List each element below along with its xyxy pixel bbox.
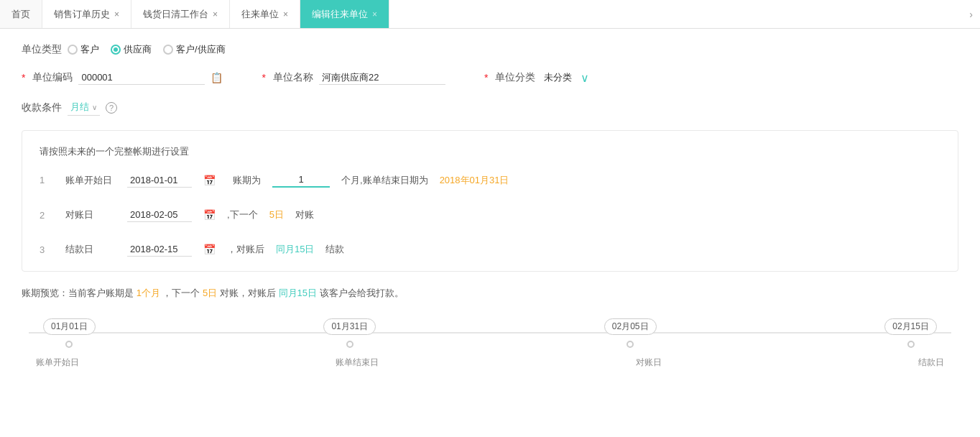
unit-code-required: *: [22, 72, 25, 83]
unit-code-label: 单位编码: [32, 71, 73, 84]
timeline-label-1: 01月31日: [323, 318, 376, 335]
payment-date-input[interactable]: [127, 242, 192, 257]
timeline-dot-3: [907, 341, 915, 348]
tabs-expand-button[interactable]: ›: [962, 0, 980, 28]
radio-both[interactable]: 客户/供应商: [163, 43, 226, 56]
start-date-input[interactable]: [127, 173, 192, 188]
tab-partner-unit-label: 往来单位: [241, 8, 279, 21]
timeline-point-1: 01月31日: [323, 318, 376, 348]
radio-supplier-label: 供应商: [124, 43, 152, 56]
period-suffix: 个月,账单结束日期为: [341, 174, 428, 187]
calendar-icon-code[interactable]: 📋: [211, 72, 223, 83]
unit-category-required: *: [484, 72, 488, 83]
timeline-label-0: 01月01日: [43, 318, 96, 335]
timeline-dot-0: [65, 341, 73, 348]
preview-middle1: ，下一个: [162, 288, 200, 298]
period-section-card: 请按照未来的一个完整帐期进行设置 1 账单开始日 📅 账期为 个月,账单结束日期…: [22, 130, 958, 272]
preview-highlight3: 同月15日: [279, 288, 317, 298]
timeline-points: 01月01日 01月31日 02月05日 02月15日: [43, 318, 937, 348]
row-num-3: 3: [40, 244, 54, 255]
payment-condition-select[interactable]: 月结 ∨: [68, 99, 100, 116]
unit-type-label: 单位类型: [22, 43, 62, 56]
unit-name-required: *: [262, 72, 265, 83]
payment-condition-selected: 月结: [70, 101, 89, 114]
timeline-point-2: 02月05日: [604, 318, 657, 348]
radio-circle-supplier: [111, 45, 121, 55]
tab-sales-history-label: 销售订单历史: [54, 8, 110, 21]
radio-supplier[interactable]: 供应商: [111, 43, 152, 56]
radio-customer[interactable]: 客户: [68, 43, 99, 56]
timeline-desc-3: 结款日: [918, 356, 944, 369]
tabs-bar: 首页 销售订单历史 × 钱货日清工作台 × 往来单位 × 编辑往来单位 × ›: [0, 0, 980, 29]
radio-circle-both: [163, 45, 173, 55]
tab-edit-partner[interactable]: 编辑往来单位 ×: [300, 0, 389, 28]
unit-category-group: * 单位分类 未分类 ∨: [484, 71, 589, 85]
unit-code-group: * 单位编码 📋: [22, 70, 223, 85]
radio-group-unit-type: 客户 供应商 客户/供应商: [68, 43, 226, 56]
radio-customer-label: 客户: [80, 43, 99, 56]
unit-name-input[interactable]: [319, 70, 445, 85]
timeline-label-2: 02月05日: [604, 318, 657, 335]
period-end-date: 2018年01月31日: [440, 174, 509, 187]
payment-condition-label: 收款条件: [22, 101, 62, 114]
preview-prefix: 账期预览：当前客户账期是: [22, 288, 134, 298]
tab-cash-clear[interactable]: 钱货日清工作台 ×: [131, 0, 230, 28]
row-label-3: 结款日: [65, 243, 116, 256]
row-label-2: 对账日: [65, 208, 116, 221]
timeline-dot-1: [346, 341, 353, 348]
preview-highlight1: 1个月: [137, 288, 160, 298]
preview-suffix: 该客户会给我打款。: [320, 288, 404, 298]
tab-home-label: 首页: [11, 8, 30, 21]
timeline-dot-2: [627, 341, 634, 348]
radio-circle-customer: [68, 45, 78, 55]
setting-row-1: 1 账单开始日 📅 账期为 个月,账单结束日期为 2018年01月31日: [40, 172, 940, 188]
timeline-wrapper: 01月01日 01月31日 02月05日 02月15日 账单开: [22, 318, 958, 369]
calendar-icon-start[interactable]: 📅: [203, 175, 216, 186]
chevron-right-icon: ›: [969, 9, 973, 20]
tab-partner-unit[interactable]: 往来单位 ×: [230, 0, 300, 28]
unit-info-row: * 单位编码 📋 * 单位名称 * 单位分类 未分类 ∨: [22, 70, 958, 85]
tab-sales-history-close[interactable]: ×: [114, 9, 119, 19]
tab-edit-partner-label: 编辑往来单位: [312, 8, 368, 21]
payment-prefix: ，对账后: [227, 243, 264, 256]
payment-condition-group: 收款条件 月结 ∨ ?: [22, 99, 117, 116]
calendar-icon-reconcile[interactable]: 📅: [203, 209, 216, 221]
row-label-1: 账单开始日: [65, 174, 116, 187]
setting-row-2: 2 对账日 📅 ,下一个 5日 对账: [40, 208, 940, 222]
setting-row-3: 3 结款日 📅 ，对账后 同月15日 结款: [40, 242, 940, 257]
chevron-down-icon: ∨: [92, 104, 97, 111]
timeline-desc-0: 账单开始日: [36, 356, 79, 369]
unit-category-label: 单位分类: [495, 71, 535, 84]
period-label: 账期为: [233, 174, 261, 187]
unit-name-group: * 单位名称: [262, 70, 445, 85]
payment-condition-row: 收款条件 月结 ∨ ?: [22, 99, 958, 116]
unit-code-input[interactable]: [78, 70, 205, 85]
help-icon[interactable]: ?: [106, 102, 117, 114]
section-title: 请按照未来的一个完整帐期进行设置: [40, 145, 940, 158]
timeline-point-3: 02月15日: [884, 318, 937, 348]
timeline-label-3: 02月15日: [884, 318, 937, 335]
reconcile-prefix: ,下一个: [227, 208, 258, 221]
preview-middle2: 对账，对账后: [220, 288, 276, 298]
period-value-input[interactable]: [272, 172, 330, 188]
row-num-2: 2: [40, 210, 54, 221]
radio-both-label: 客户/供应商: [176, 43, 226, 56]
tab-cash-clear-label: 钱货日清工作台: [143, 8, 208, 21]
tab-home[interactable]: 首页: [0, 0, 42, 28]
timeline-desc-1: 账单结束日: [336, 356, 379, 369]
reconcile-highlight: 5日: [269, 208, 284, 221]
unit-category-dropdown[interactable]: ∨: [581, 71, 589, 85]
calendar-icon-payment[interactable]: 📅: [203, 244, 216, 255]
unit-name-label: 单位名称: [273, 71, 313, 84]
preview-text: 账期预览：当前客户账期是 1个月 ，下一个 5日 对账，对账后 同月15日 该客…: [22, 286, 958, 301]
page-content: 单位类型 客户 供应商 客户/供应商 * 单位编码: [0, 29, 980, 437]
unit-category-value: 未分类: [544, 71, 572, 84]
timeline-desc-2: 对账日: [636, 356, 662, 369]
tab-edit-partner-close[interactable]: ×: [372, 9, 377, 19]
timeline-container: 01月01日 01月31日 02月05日 02月15日: [29, 318, 951, 348]
reconcile-date-input[interactable]: [127, 208, 192, 222]
tab-sales-history[interactable]: 销售订单历史 ×: [42, 0, 131, 28]
tab-cash-clear-close[interactable]: ×: [213, 9, 218, 19]
payment-suffix: 结款: [325, 243, 344, 256]
tab-partner-unit-close[interactable]: ×: [283, 9, 288, 19]
